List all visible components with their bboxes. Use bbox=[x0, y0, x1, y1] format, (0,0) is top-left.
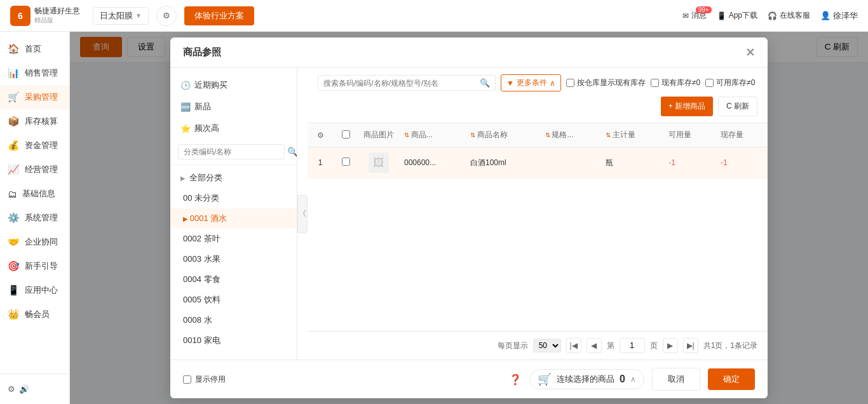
sidebar-item-finance[interactable]: 💰 资金管理 bbox=[0, 133, 69, 158]
cart-icon: 🛒 bbox=[538, 372, 552, 386]
category-item-0001[interactable]: ▶ 0001 酒水 bbox=[170, 208, 297, 229]
page-prev-button[interactable]: ◀ bbox=[587, 338, 602, 353]
recent-purchase-label: 近期购买 bbox=[194, 79, 227, 91]
modal-title: 商品参照 bbox=[183, 46, 221, 58]
sidebar-settings-button[interactable]: ⚙ 🔊 bbox=[0, 379, 69, 399]
sidebar-system-label: 系统管理 bbox=[25, 212, 58, 224]
messages-button[interactable]: ✉ 消息 99+ bbox=[682, 10, 707, 21]
cart-expand-icon[interactable]: ∧ bbox=[630, 375, 636, 384]
gear-col-icon: ⚙ bbox=[317, 131, 324, 140]
app-download-button[interactable]: 📱 App下载 bbox=[717, 10, 757, 21]
basic-info-icon: 🗂 bbox=[8, 189, 17, 199]
col-available-label: 可用量 bbox=[668, 130, 691, 139]
available-inventory-checkbox[interactable]: 可用库存≠0 bbox=[705, 77, 755, 88]
sidebar-item-inventory[interactable]: 📦 库存核算 bbox=[0, 109, 69, 133]
trial-button[interactable]: 体验行业方案 bbox=[184, 6, 254, 25]
cell-code: 000600... bbox=[399, 147, 465, 178]
help-icon[interactable]: ❓ bbox=[509, 374, 522, 386]
collapse-left-panel-button[interactable]: 《 bbox=[297, 195, 308, 233]
category-item-0010[interactable]: 0010 家电 bbox=[170, 330, 297, 351]
available-inventory-check-input[interactable] bbox=[705, 79, 714, 87]
category-item-0003[interactable]: 0003 水果 bbox=[170, 249, 297, 269]
sidebar-item-member[interactable]: 👑 畅会员 bbox=[0, 302, 69, 327]
refresh-button[interactable]: C 刷新 bbox=[718, 97, 757, 116]
modal-close-button[interactable]: ✕ bbox=[745, 47, 755, 58]
new-product-label: 新品 bbox=[194, 101, 211, 112]
page-number-input[interactable] bbox=[620, 338, 645, 353]
col-header-stock: 现存量 bbox=[715, 123, 768, 147]
sidebar-item-sales[interactable]: 📊 销售管理 bbox=[0, 61, 69, 85]
product-name: 白酒100ml bbox=[470, 158, 506, 167]
category-item-0004[interactable]: 0004 零食 bbox=[170, 269, 297, 290]
sidebar-bottom: ⚙ 🔊 bbox=[0, 374, 69, 404]
sidebar-operations-label: 经营管理 bbox=[25, 164, 58, 175]
high-frequency-tab[interactable]: ⭐ 频次高 bbox=[170, 118, 297, 139]
table-body: 1 🖼 00 bbox=[308, 147, 768, 178]
sidebar-item-enterprise[interactable]: 🤝 企业协同 bbox=[0, 230, 69, 254]
sidebar-item-home[interactable]: 🏠 首页 bbox=[0, 37, 69, 61]
nav-selector[interactable]: 日太阳膜 ▼ bbox=[93, 7, 149, 25]
col-header-unit: ⇅ 主计量 bbox=[600, 123, 663, 147]
category-search-icon[interactable]: 🔍 bbox=[287, 147, 297, 157]
app-download-icon: 📱 bbox=[717, 11, 726, 20]
has-inventory-checkbox[interactable]: 现有库存≠0 bbox=[651, 77, 700, 88]
add-product-button[interactable]: + 新增商品 bbox=[661, 97, 713, 116]
confirm-button[interactable]: 确定 bbox=[708, 368, 755, 390]
by-warehouse-check-input[interactable] bbox=[566, 79, 574, 87]
per-page-select[interactable]: 50 bbox=[533, 339, 561, 353]
sidebar-home-label: 首页 bbox=[25, 43, 41, 55]
headset-icon: 🎧 bbox=[768, 11, 777, 20]
sales-icon: 📊 bbox=[8, 67, 20, 79]
row-checkbox[interactable] bbox=[342, 158, 350, 166]
table-header-row: ⚙ 商品图片 bbox=[308, 123, 768, 147]
sort-unit-icon: ⇅ bbox=[606, 131, 613, 138]
gear-button[interactable]: ⚙ bbox=[156, 6, 177, 26]
sidebar-item-guide[interactable]: 🎯 新手引导 bbox=[0, 254, 69, 278]
cell-unit: 瓶 bbox=[600, 147, 663, 178]
product-available: -1 bbox=[668, 158, 675, 167]
sort-name-icon: ⇅ bbox=[470, 131, 477, 138]
col-image-label: 商品图片 bbox=[363, 130, 394, 139]
sort-spec-icon: ⇅ bbox=[545, 131, 552, 138]
page-next-button[interactable]: ▶ bbox=[663, 338, 678, 353]
show-disabled-check-input[interactable] bbox=[183, 375, 191, 384]
sidebar-item-system[interactable]: ⚙️ 系统管理 bbox=[0, 206, 69, 230]
row-num: 1 bbox=[318, 158, 323, 167]
category-item-0005[interactable]: 0005 饮料 bbox=[170, 290, 297, 310]
col-header-spec: ⇅ 规格... bbox=[540, 123, 601, 147]
all-categories-item[interactable]: ▶ 全部分类 bbox=[170, 168, 297, 188]
online-service-button[interactable]: 🎧 在线客服 bbox=[768, 10, 810, 21]
more-conditions-button[interactable]: ▼ 更多条件 ∧ bbox=[501, 74, 561, 91]
pagination-row: 每页显示 50 |◀ ◀ 第 页 ▶ ▶| 共1页，1条记录 bbox=[308, 331, 768, 360]
product-unit: 瓶 bbox=[606, 158, 613, 167]
sidebar-item-operations[interactable]: 📈 经营管理 bbox=[0, 158, 69, 182]
page-first-button[interactable]: |◀ bbox=[566, 338, 581, 353]
sidebar-item-app-center[interactable]: 📱 应用中心 bbox=[0, 278, 69, 302]
recent-purchase-tab[interactable]: 🕒 近期购买 bbox=[170, 74, 297, 96]
by-warehouse-label: 按仓库显示现有库存 bbox=[577, 77, 646, 88]
sidebar-guide-label: 新手引导 bbox=[25, 260, 58, 272]
sort-code-icon: ⇅ bbox=[404, 131, 411, 138]
show-disabled-checkbox[interactable]: 显示停用 bbox=[183, 374, 226, 385]
product-search-input[interactable] bbox=[323, 79, 477, 88]
sidebar-basic-info-label: 基础信息 bbox=[22, 188, 55, 199]
category-item-0002[interactable]: 0002 茶叶 bbox=[170, 229, 297, 249]
category-section: ▶ 全部分类 00 未分类 ▶ 0001 酒水 bbox=[170, 165, 297, 353]
by-warehouse-checkbox[interactable]: 按仓库显示现有库存 bbox=[566, 77, 646, 88]
sidebar-member-label: 畅会员 bbox=[25, 309, 50, 320]
category-item-0008[interactable]: 0008 水 bbox=[170, 310, 297, 330]
finance-icon: 💰 bbox=[8, 140, 20, 151]
new-product-tab[interactable]: 🆕 新品 bbox=[170, 96, 297, 118]
page-last-button[interactable]: ▶| bbox=[683, 338, 698, 353]
inventory-icon: 📦 bbox=[8, 116, 20, 127]
table-row[interactable]: 1 🖼 00 bbox=[308, 147, 768, 178]
nav-right: ✉ 消息 99+ 📱 App下载 🎧 在线客服 👤 徐泽华 bbox=[682, 10, 858, 22]
user-avatar-area[interactable]: 👤 徐泽华 bbox=[820, 10, 858, 22]
select-all-checkbox[interactable] bbox=[342, 130, 350, 138]
category-search-input[interactable] bbox=[178, 144, 285, 159]
cancel-button[interactable]: 取消 bbox=[652, 368, 700, 391]
sidebar-item-basic-info[interactable]: 🗂 基础信息 bbox=[0, 182, 69, 206]
has-inventory-check-input[interactable] bbox=[651, 79, 659, 87]
sidebar-item-purchase[interactable]: 🛒 采购管理 bbox=[0, 85, 69, 109]
category-item-00[interactable]: 00 未分类 bbox=[170, 188, 297, 208]
